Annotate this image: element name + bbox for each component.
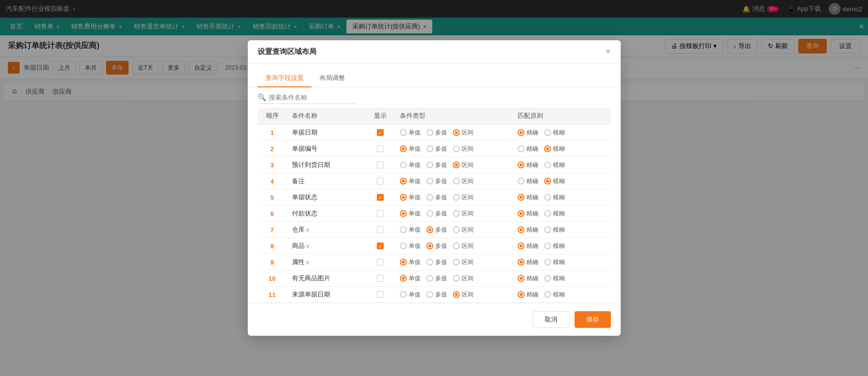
match-radio-模糊[interactable]: 模糊 [544, 242, 565, 250]
row-display[interactable] [366, 141, 395, 157]
type-radio-多值[interactable]: 多值 [426, 291, 447, 299]
type-radio-区间[interactable]: 区间 [453, 291, 473, 299]
type-radio-单值[interactable]: 单值 [400, 161, 421, 169]
type-radio-区间[interactable]: 区间 [453, 210, 473, 218]
row-display[interactable] [366, 222, 395, 238]
match-radio-精确[interactable]: 精确 [518, 274, 538, 283]
match-radio-精确[interactable]: 精确 [518, 210, 538, 218]
type-radio-单值[interactable]: 单值 [400, 129, 421, 137]
row-match: 精确模糊 [513, 157, 611, 173]
display-checkbox[interactable] [377, 161, 384, 168]
display-checkbox[interactable]: ✓ [377, 242, 384, 249]
row-display[interactable] [366, 173, 395, 189]
table-row: 5单据状态✓单值多值区间精确模糊 [258, 189, 611, 206]
row-match: 精确模糊 [513, 287, 611, 303]
row-match: 精确模糊 [513, 173, 611, 189]
row-display[interactable] [366, 206, 395, 222]
type-radio-多值[interactable]: 多值 [426, 210, 447, 218]
row-name: 商品∨ [287, 238, 366, 254]
type-radio-区间[interactable]: 区间 [453, 226, 473, 234]
type-radio-多值[interactable]: 多值 [426, 193, 447, 202]
row-seq: 11 [258, 287, 287, 303]
match-radio-精确[interactable]: 精确 [518, 145, 538, 153]
type-radio-多值[interactable]: 多值 [426, 145, 447, 153]
type-radio-区间[interactable]: 区间 [453, 161, 473, 169]
type-radio-区间[interactable]: 区间 [453, 177, 473, 186]
dialog-close-button[interactable]: × [605, 47, 611, 57]
type-radio-单值[interactable]: 单值 [400, 193, 421, 202]
display-checkbox[interactable]: ✓ [377, 129, 384, 136]
display-checkbox[interactable] [377, 259, 384, 266]
table-row: 4备注单值多值区间精确模糊 [258, 173, 611, 189]
display-checkbox[interactable] [377, 178, 384, 185]
type-radio-区间[interactable]: 区间 [453, 242, 473, 250]
type-radio-单值[interactable]: 单值 [400, 258, 421, 267]
row-seq: 9 [258, 254, 287, 270]
type-radio-单值[interactable]: 单值 [400, 177, 421, 186]
match-radio-模糊[interactable]: 模糊 [544, 161, 565, 169]
type-radio-单值[interactable]: 单值 [400, 242, 421, 250]
display-checkbox[interactable] [377, 226, 384, 233]
type-radio-多值[interactable]: 多值 [426, 129, 447, 137]
row-display[interactable] [366, 287, 395, 303]
match-radio-精确[interactable]: 精确 [518, 129, 538, 137]
row-display[interactable]: ✓ [366, 125, 395, 141]
match-radio-精确[interactable]: 精确 [518, 177, 538, 186]
match-radio-模糊[interactable]: 模糊 [544, 274, 565, 283]
type-radio-多值[interactable]: 多值 [426, 177, 447, 186]
row-seq: 7 [258, 222, 287, 238]
type-radio-区间[interactable]: 区间 [453, 193, 473, 202]
display-checkbox[interactable] [377, 145, 384, 152]
match-radio-模糊[interactable]: 模糊 [544, 129, 565, 137]
type-radio-区间[interactable]: 区间 [453, 274, 473, 283]
match-radio-模糊[interactable]: 模糊 [544, 193, 565, 202]
search-bar: 🔍 [248, 87, 621, 107]
type-radio-多值[interactable]: 多值 [426, 274, 447, 283]
table-row: 1单据日期✓单值多值区间精确模糊 [258, 125, 611, 141]
dialog: 设置查询区域布局 × 查询字段设置 布局调整 🔍 顺序 条件名称 显示 [248, 40, 621, 336]
type-radio-单值[interactable]: 单值 [400, 291, 421, 299]
type-radio-区间[interactable]: 区间 [453, 129, 473, 137]
dialog-tab-layout[interactable]: 布局调整 [312, 70, 353, 87]
row-display[interactable]: ✓ [366, 189, 395, 206]
dialog-tab-query[interactable]: 查询字段设置 [258, 70, 312, 87]
dialog-footer: 取消 保存 [248, 303, 621, 336]
row-name: 单据状态 [287, 189, 366, 206]
cancel-button[interactable]: 取消 [532, 311, 570, 328]
match-radio-模糊[interactable]: 模糊 [544, 177, 565, 186]
type-radio-多值[interactable]: 多值 [426, 161, 447, 169]
match-radio-精确[interactable]: 精确 [518, 161, 538, 169]
type-radio-单值[interactable]: 单值 [400, 145, 421, 153]
display-checkbox[interactable]: ✓ [377, 194, 384, 201]
row-display[interactable] [366, 157, 395, 173]
match-radio-模糊[interactable]: 模糊 [544, 145, 565, 153]
display-checkbox[interactable] [377, 275, 384, 282]
save-button[interactable]: 保存 [575, 311, 611, 328]
match-radio-精确[interactable]: 精确 [518, 291, 538, 299]
match-radio-精确[interactable]: 精确 [518, 258, 538, 267]
type-radio-区间[interactable]: 区间 [453, 145, 473, 153]
type-radio-多值[interactable]: 多值 [426, 242, 447, 250]
row-match: 精确模糊 [513, 270, 611, 287]
match-radio-精确[interactable]: 精确 [518, 193, 538, 202]
type-radio-多值[interactable]: 多值 [426, 258, 447, 267]
row-display[interactable] [366, 254, 395, 270]
match-radio-模糊[interactable]: 模糊 [544, 258, 565, 267]
search-input[interactable] [269, 94, 357, 101]
type-radio-单值[interactable]: 单值 [400, 210, 421, 218]
match-radio-模糊[interactable]: 模糊 [544, 226, 565, 234]
match-radio-模糊[interactable]: 模糊 [544, 291, 565, 299]
row-display[interactable] [366, 270, 395, 287]
display-checkbox[interactable] [377, 210, 384, 217]
match-radio-精确[interactable]: 精确 [518, 242, 538, 250]
type-radio-单值[interactable]: 单值 [400, 274, 421, 283]
type-radio-单值[interactable]: 单值 [400, 226, 421, 234]
type-radio-多值[interactable]: 多值 [426, 226, 447, 234]
match-radio-精确[interactable]: 精确 [518, 226, 538, 234]
row-display[interactable]: ✓ [366, 238, 395, 254]
table-row: 3预计到货日期单值多值区间精确模糊 [258, 157, 611, 173]
type-radio-区间[interactable]: 区间 [453, 258, 473, 267]
display-checkbox[interactable] [377, 291, 384, 298]
row-seq: 6 [258, 206, 287, 222]
match-radio-模糊[interactable]: 模糊 [544, 210, 565, 218]
